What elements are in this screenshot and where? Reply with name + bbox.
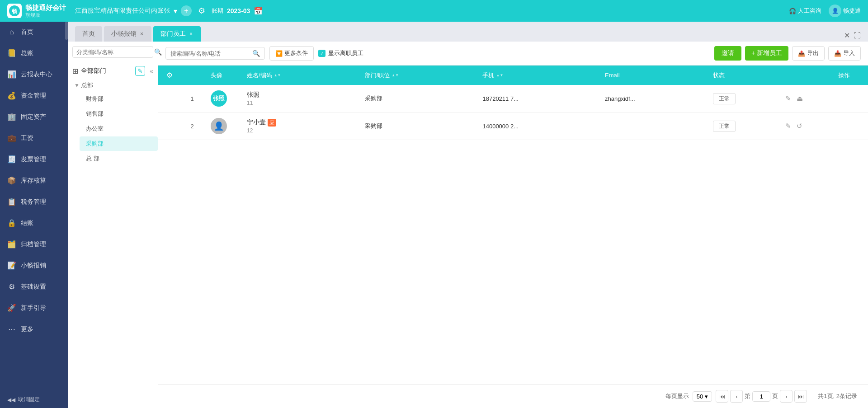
row2-avatar-cell: 👤 bbox=[203, 113, 240, 140]
row2-emp-name: 宁小壹 bbox=[247, 118, 266, 127]
tab-expense-close-btn[interactable]: × bbox=[139, 31, 144, 37]
sidebar-item-close[interactable]: 🔒 结账 bbox=[0, 212, 68, 234]
show-resigned-checkbox[interactable]: ✓ bbox=[318, 50, 326, 57]
th-phone[interactable]: 手机 ▲▼ bbox=[475, 66, 598, 85]
add-employee-btn[interactable]: + 新增员工 bbox=[745, 46, 788, 61]
more-filter-btn[interactable]: 🔽 更多条件 bbox=[269, 46, 314, 61]
dept-edit-btn[interactable]: ✎ bbox=[135, 66, 145, 76]
sidebar-label-reports: 云报表中心 bbox=[21, 70, 52, 79]
page-label: 第 bbox=[745, 392, 750, 400]
sidebar-item-reports[interactable]: 📊 云报表中心 bbox=[0, 64, 68, 85]
row2-status: 正常 bbox=[706, 113, 778, 140]
calendar-icon[interactable]: 📅 bbox=[254, 7, 263, 15]
sidebar-label-guide: 新手引导 bbox=[21, 304, 46, 312]
home-icon: ⌂ bbox=[7, 28, 16, 36]
sidebar-item-tax[interactable]: 📋 税务管理 bbox=[0, 191, 68, 212]
sidebar-label-close: 结账 bbox=[21, 219, 33, 227]
th-name[interactable]: 姓名/编码 ▲▼ bbox=[240, 66, 358, 85]
tab-maximize-btn[interactable]: ⛶ bbox=[854, 32, 861, 40]
add-company-btn[interactable]: + bbox=[181, 5, 192, 16]
tab-dept-employee-close-btn[interactable]: × bbox=[189, 31, 193, 37]
sidebar-item-expense[interactable]: 📝 小畅报销 bbox=[0, 255, 68, 276]
dept-search-input[interactable] bbox=[76, 49, 152, 56]
th-status: 状态 bbox=[706, 66, 778, 85]
last-page-btn[interactable]: ⏭ bbox=[794, 390, 807, 403]
sidebar-item-archive[interactable]: 🗂️ 归档管理 bbox=[0, 234, 68, 255]
page-number-input[interactable] bbox=[752, 391, 770, 402]
sidebar-label-settings: 基础设置 bbox=[21, 283, 46, 291]
dept-item-finance[interactable]: 财务部 bbox=[80, 92, 158, 106]
invite-btn[interactable]: 邀请 bbox=[714, 46, 741, 61]
all-dept-header[interactable]: ⊞ 全部部门 ✎ « bbox=[68, 62, 158, 80]
row1-logout-icon[interactable]: ⏏ bbox=[797, 94, 803, 103]
employee-search-icon[interactable]: 🔍 bbox=[252, 50, 260, 57]
row2-name-code: 宁小壹 应 12 bbox=[247, 118, 350, 134]
sidebar-item-inventory[interactable]: 📦 库存核算 bbox=[0, 170, 68, 191]
next-page-btn[interactable]: › bbox=[780, 390, 793, 403]
row1-dept: 采购部 bbox=[358, 85, 476, 113]
sidebar-item-salary[interactable]: 💼 工资 bbox=[0, 127, 68, 149]
sidebar-item-more[interactable]: ⋯ 更多 bbox=[0, 319, 68, 340]
more-icon: ⋯ bbox=[7, 325, 16, 333]
sidebar-label-more: 更多 bbox=[21, 325, 33, 333]
per-page-select[interactable]: 50 ▾ bbox=[693, 391, 712, 402]
sidebar-item-ledger[interactable]: 📒 总账 bbox=[0, 42, 68, 64]
employee-search-input[interactable] bbox=[170, 50, 250, 57]
filter-icon: 🔽 bbox=[275, 50, 283, 57]
sidebar-item-funds[interactable]: 💰 资金管理 bbox=[0, 85, 68, 106]
tab-expense[interactable]: 小畅报销 × bbox=[104, 26, 151, 42]
th-dept-label: 部门/职位 bbox=[365, 71, 390, 80]
pin-toggle-btn[interactable]: ◀◀ 取消固定 bbox=[0, 391, 68, 408]
dept-collapse-btn[interactable]: « bbox=[150, 67, 153, 75]
pin-label: 取消固定 bbox=[18, 396, 40, 403]
tab-home[interactable]: 首页 bbox=[75, 26, 102, 42]
employee-search-box: 🔍 bbox=[165, 47, 265, 60]
row1-name-cell: 张照 11 bbox=[240, 85, 358, 113]
company-dropdown-btn[interactable]: ▾ bbox=[174, 7, 177, 15]
assets-icon: 🏢 bbox=[7, 113, 16, 121]
salary-icon: 💼 bbox=[7, 134, 16, 142]
sidebar-item-assets[interactable]: 🏢 固定资产 bbox=[0, 106, 68, 127]
prev-page-btn[interactable]: ‹ bbox=[730, 390, 743, 403]
row2-name-cell: 宁小壹 应 12 bbox=[240, 113, 358, 140]
row2-refresh-icon[interactable]: ↺ bbox=[797, 122, 802, 130]
sidebar-item-home[interactable]: ⌂ 首页 bbox=[0, 22, 68, 42]
tab-minimize-btn[interactable]: ✕ bbox=[844, 31, 850, 40]
avatar: 👤 bbox=[829, 5, 841, 17]
column-settings-btn[interactable]: ⚙ bbox=[166, 71, 173, 80]
row1-edit-icon[interactable]: ✎ bbox=[785, 94, 791, 103]
show-resigned-toggle[interactable]: ✓ 显示离职员工 bbox=[318, 49, 363, 57]
import-btn[interactable]: 📥 导入 bbox=[828, 46, 861, 61]
dept-item-sales[interactable]: 销售部 bbox=[80, 107, 158, 121]
toolbar-right: 邀请 + 新增员工 📤 导出 📥 导入 bbox=[714, 46, 861, 61]
dept-item-purchasing[interactable]: 采购部 bbox=[80, 136, 158, 151]
sidebar-item-invoice[interactable]: 🧾 发票管理 bbox=[0, 149, 68, 170]
sidebar-item-settings[interactable]: ⚙ 基础设置 bbox=[0, 276, 68, 297]
th-avatar: 头像 bbox=[203, 66, 240, 85]
expense-icon: 📝 bbox=[7, 261, 16, 270]
tab-dept-employee[interactable]: 部门员工 × bbox=[153, 26, 201, 42]
dept-item-general[interactable]: 总 部 bbox=[80, 151, 158, 166]
th-dept[interactable]: 部门/职位 ▲▼ bbox=[358, 66, 476, 85]
sidebar-item-guide[interactable]: 🚀 新手引导 bbox=[0, 297, 68, 319]
employee-toolbar: 🔍 🔽 更多条件 ✓ 显示离职员工 邀请 + 新增员工 bbox=[158, 42, 868, 66]
table-body: 1 张照 张照 11 bbox=[158, 85, 868, 140]
row2-ying-tag: 应 bbox=[268, 119, 276, 127]
tree-expand-icon: ▼ bbox=[74, 82, 80, 89]
th-gear: ⚙ bbox=[158, 66, 181, 85]
row2-status-badge: 正常 bbox=[713, 121, 736, 132]
row2-dept: 采购部 bbox=[358, 113, 476, 140]
settings-gear-btn[interactable]: ⚙ bbox=[195, 5, 208, 17]
service-btn[interactable]: 🎧 人工咨询 bbox=[789, 7, 821, 15]
row2-edit-icon[interactable]: ✎ bbox=[785, 122, 791, 130]
dept-item-office[interactable]: 办公室 bbox=[80, 122, 158, 136]
export-btn[interactable]: 📤 导出 bbox=[792, 46, 825, 61]
first-page-btn[interactable]: ⏮ bbox=[716, 390, 728, 403]
sidebar-label-archive: 归档管理 bbox=[21, 240, 46, 249]
row1-name-code: 张照 11 bbox=[247, 91, 350, 106]
row1-action: ✎ ⏏ bbox=[778, 85, 868, 113]
logo-icon: 畅 bbox=[7, 4, 22, 18]
user-name: 畅捷通 bbox=[843, 7, 861, 15]
import-icon: 📥 bbox=[834, 50, 841, 57]
user-btn[interactable]: 👤 畅捷通 bbox=[829, 5, 861, 17]
